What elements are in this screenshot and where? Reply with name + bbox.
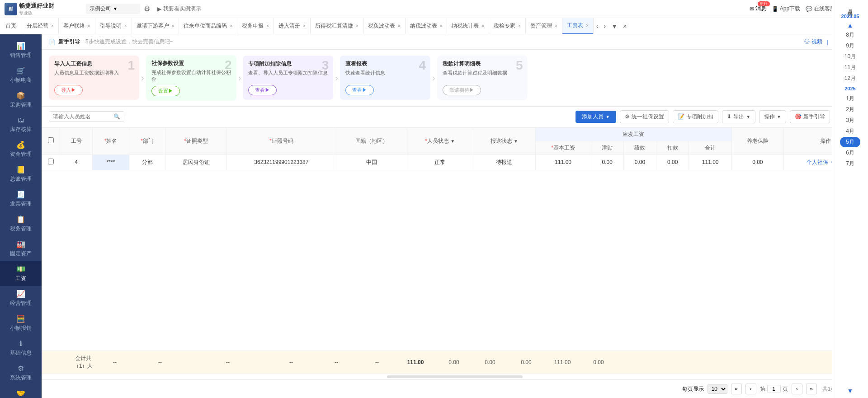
page-number-input[interactable] [767,385,781,393]
online-service-button[interactable]: 💬 在线客服 [806,5,835,13]
add-employee-button[interactable]: 添加人员 ▼ [576,111,616,123]
th-status: *人员状态 ▼ [407,127,473,155]
tab-prev-btn[interactable]: ‹ [594,18,601,34]
tab-close-suodeshui[interactable]: × [356,23,359,28]
message-button[interactable]: ✉ 消息 99+ [750,5,766,13]
step-5-btn[interactable]: 敬请期待▶ [443,85,481,95]
company-selector[interactable]: 示例公司 ▼ [86,4,140,14]
select-all-checkbox[interactable] [48,137,54,143]
month-item-10[interactable]: 10月 [840,52,860,62]
first-page-btn[interactable]: « [731,384,742,394]
status-filter-icon[interactable]: ▼ [450,139,455,144]
sidebar-item-ecommerce[interactable]: 🛒 小畅电商 [0,63,42,88]
sidebar-item-tax[interactable]: 📋 税务管理 [0,211,42,236]
tab-more-btn[interactable]: ▼ [609,18,620,34]
tab-close-shuijian[interactable]: × [518,23,521,28]
export-button[interactable]: ⬇ 导出 ▼ [722,110,755,123]
tab-close-wanglai[interactable]: × [230,23,232,28]
tab-shuijian[interactable]: 税检专家× [489,18,526,34]
sidebar-item-invoice[interactable]: 🧾 发票管理 [0,187,42,211]
month-item-4[interactable]: 4月 [840,126,860,136]
month-item-3[interactable]: 3月 [840,115,860,126]
sidebar-item-purchase[interactable]: 📦 采购管理 [0,88,42,112]
month-item-6[interactable]: 6月 [840,148,860,158]
month-item-9[interactable]: 9月 [840,41,860,51]
sidebar-item-salary[interactable]: 💵 工资 [0,261,42,286]
sidebar-label-expense: 小畅报销 [10,324,32,332]
sidebar-item-sales[interactable]: 📊 销售管理 [0,38,42,63]
month-scroll-down-btn[interactable]: ▼ [846,386,854,395]
sidebar-item-inventory[interactable]: 🗂 库存核算 [0,112,42,137]
next-page-btn[interactable]: › [792,384,802,394]
action-shebao-btn[interactable]: 个人社保 [807,159,828,165]
prev-page-btn[interactable]: ‹ [745,384,756,394]
tab-next-btn[interactable]: › [601,18,609,34]
footer-summary: 会计共（1）人 -- -- -- -- -- -- 111.00 0.00 0.… [42,351,868,374]
month-item-5[interactable]: 5月 [840,137,860,147]
step-3-btn[interactable]: 查看▶ [248,85,277,95]
demo-button[interactable]: ▶ 我要看实例演示 [157,5,201,13]
sidebar-item-collab[interactable]: 🤝 企业协同 [0,385,42,398]
page-size-select[interactable]: 10 20 50 [708,384,727,394]
action-dropdown-icon: ▼ [777,114,781,119]
tab-fenceng[interactable]: 分层经营× [22,18,59,34]
sidebar-item-expense[interactable]: 🧮 小畅报销 [0,311,42,336]
row-checkbox[interactable] [48,159,54,164]
sidebar-item-system[interactable]: ⚙ 系统管理 [0,361,42,385]
tab-close-shuifu[interactable]: × [398,23,401,28]
tab-shuiwu[interactable]: 税务申报× [237,18,274,34]
horizontal-scrollbar[interactable] [387,375,523,378]
search-input[interactable] [53,113,112,120]
tab-yindao[interactable]: 引导说明× [95,18,132,34]
sidebar-item-finance[interactable]: 💰 资金管理 [0,137,42,162]
tab-yaoqing[interactable]: 邀请下游客户× [132,18,179,34]
step-1-btn[interactable]: 导入▶ [54,85,83,95]
step-3: 3 专项附加扣除信息 查看、导入人员工专项附加扣除信息 查看▶ [243,56,333,100]
newguide-button[interactable]: 🎯 新手引导 [790,110,830,123]
step-2-btn[interactable]: 设置▶ [151,86,180,96]
month-item-12[interactable]: 12月 [840,73,860,84]
special-icon: 📝 [678,113,684,120]
month-item-8[interactable]: 8月 [840,34,860,40]
sendstatus-filter-icon[interactable]: ▼ [514,139,518,144]
sidebar-item-assets[interactable]: 🏭 固定资产 [0,236,42,261]
month-item-2[interactable]: 2月 [840,104,860,115]
settings-icon[interactable]: ⚙ [144,5,150,13]
tab-close-zichan[interactable]: × [555,23,557,28]
tab-nashui[interactable]: 纳税波动表× [406,18,448,34]
social-setting-button[interactable]: ⚙ 统一社保设置 [620,110,669,123]
app-download-button[interactable]: 📱 App下载 [772,5,800,13]
month-item-11[interactable]: 11月 [840,62,860,73]
special-deduct-button[interactable]: 📝 专项附加扣 [673,110,718,123]
tab-close-yindao[interactable]: × [124,23,127,28]
tab-home[interactable]: 首页 [0,18,22,34]
sidebar-item-management[interactable]: 📈 经营管理 [0,286,42,311]
search-field[interactable]: 🔍 [49,111,124,122]
tab-close-kehu[interactable]: × [88,23,90,28]
tab-close-shuiwu[interactable]: × [266,23,269,28]
tab-close-yaoqing[interactable]: × [172,23,175,28]
tab-zichan[interactable]: 资产管理× [526,18,562,34]
step-4-btn[interactable]: 查看▶ [345,85,374,95]
video-btn[interactable]: ◎ 视频 [804,38,822,46]
tab-close-jinru[interactable]: × [303,23,306,28]
tab-jinru[interactable]: 进入清册× [274,18,311,34]
tab-kehu[interactable]: 客户联络× [59,18,95,34]
tab-close-fenceng[interactable]: × [51,23,54,28]
tab-wanglai[interactable]: 往来单位商品编码× [179,18,237,34]
tab-close-all-btn[interactable]: × [620,18,629,34]
month-item-1[interactable]: 1月 [840,94,860,104]
tab-suodeshui[interactable]: 所得税汇算清缴× [311,18,363,34]
tab-close-gongzi[interactable]: × [586,23,589,28]
tab-shuifu[interactable]: 税负波动表× [363,18,406,34]
sidebar-item-ledger[interactable]: 📒 总账管理 [0,162,42,187]
sidebar-item-basic[interactable]: ℹ 基础信息 [0,336,42,361]
tab-close-natongji[interactable]: × [481,23,484,28]
tab-natongji[interactable]: 纳税统计表× [447,18,489,34]
action-button[interactable]: 操作 ▼ [759,110,786,123]
tab-gongzi[interactable]: 工资表× [562,18,594,34]
tab-close-nashui[interactable]: × [440,23,443,28]
month-item-7[interactable]: 7月 [840,159,860,169]
last-page-btn[interactable]: » [806,384,817,394]
summary-status: -- [314,359,359,365]
